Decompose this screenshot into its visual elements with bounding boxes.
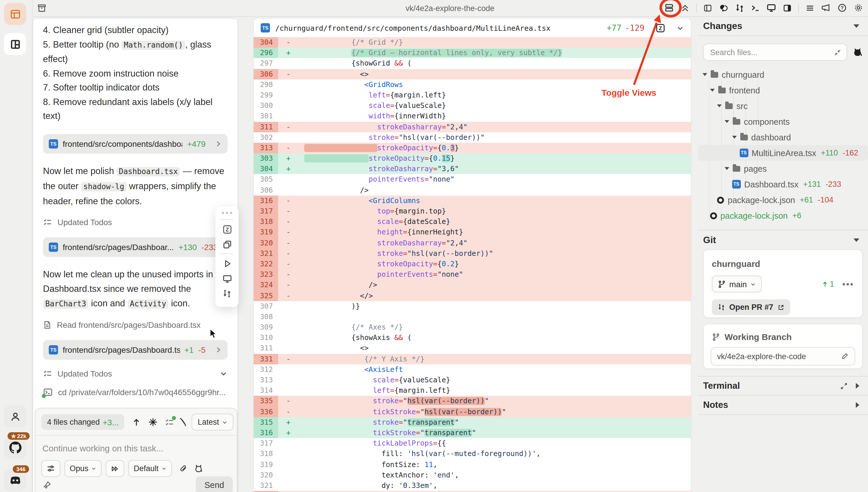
diff-line[interactable]: 322- strokeOpacity={0.2} xyxy=(254,259,691,269)
diff-line[interactable]: 320 textAnchor: 'end', xyxy=(254,470,691,480)
diff-line[interactable]: 319 fontSize: 11, xyxy=(254,459,691,470)
paperclip-icon[interactable] xyxy=(179,464,188,473)
ellipsis-icon[interactable]: ••• xyxy=(842,279,854,289)
diff-rows[interactable]: 304- {/* Grid */}296+ {/* Grid — horizon… xyxy=(254,37,691,492)
diff-line[interactable]: 318- scale={dateScale} xyxy=(254,216,691,227)
diff-line[interactable]: 300 scale={valueScale} xyxy=(254,100,691,111)
send-button[interactable]: Send xyxy=(196,476,233,492)
broom-icon[interactable] xyxy=(42,481,52,490)
collapse-icon[interactable] xyxy=(834,48,841,56)
tree-item[interactable]: frontend xyxy=(698,82,868,98)
diff-line[interactable]: 317 tickLabelProps={{ xyxy=(254,438,691,448)
diff-line[interactable]: 305 pointerEvents="none" xyxy=(254,174,691,185)
tree-item[interactable]: TSDashboard.tsx+131-233 xyxy=(698,176,868,192)
chevron-right-icon[interactable] xyxy=(215,140,222,147)
tool-call-row[interactable]: cd /private/var/folders/10/h7w0q46556ggr… xyxy=(43,387,228,397)
caret-down-icon[interactable] xyxy=(717,104,722,107)
diff-line[interactable]: 316+ tickStroke="transparent" xyxy=(254,427,691,438)
panel-left-icon[interactable] xyxy=(703,3,712,13)
diff-line[interactable]: 297 {showGrid && ( xyxy=(254,58,691,69)
z-square-icon[interactable]: Z xyxy=(656,23,665,33)
diff-line[interactable]: 311 <> xyxy=(254,343,691,353)
z-square-icon[interactable]: Z xyxy=(222,222,232,237)
diff-line[interactable]: 319- height={innerHeight} xyxy=(254,227,691,238)
diff-line[interactable]: 306- <> xyxy=(254,69,691,79)
rows-icon[interactable] xyxy=(664,3,674,13)
notes-section[interactable]: Notes xyxy=(698,396,868,414)
copy-icon[interactable] xyxy=(222,237,232,252)
checklist-icon[interactable] xyxy=(165,417,174,427)
cat-icon[interactable] xyxy=(194,464,203,473)
diff-line[interactable]: 321- stroke="hsl(var(--border))" xyxy=(254,248,691,259)
file-change-chip[interactable]: TSfrontend/src/pages/Dashboard.tsx+1-5 xyxy=(43,340,228,360)
chevron-down-icon[interactable] xyxy=(676,24,684,32)
chevron-down-icon[interactable] xyxy=(219,369,228,377)
diff-line[interactable]: 308 xyxy=(254,312,691,322)
diff-line[interactable]: 314 left={margin.left} xyxy=(254,385,691,396)
rail-account-button[interactable] xyxy=(4,405,26,427)
cat-icon[interactable] xyxy=(852,47,863,57)
diff-line[interactable]: 302 stroke="hsl(var(--border))" xyxy=(254,132,691,143)
diff-line[interactable]: 313 scale={valueScale} xyxy=(254,375,691,385)
settings-sliders-button[interactable] xyxy=(41,460,61,477)
caret-down-icon[interactable] xyxy=(732,136,737,139)
working-branch-input[interactable]: vk/4e2a-explore-the-code xyxy=(711,347,855,366)
diff-line[interactable]: 320- strokeDasharray="2,4" xyxy=(254,238,691,248)
git-compare-icon[interactable] xyxy=(735,3,744,13)
caret-down-icon[interactable] xyxy=(725,167,729,170)
settings-icon[interactable] xyxy=(853,3,863,13)
git-section-header[interactable]: Git xyxy=(698,230,868,249)
pencil-icon[interactable] xyxy=(841,352,849,360)
mode-dropdown[interactable]: Default xyxy=(128,460,172,477)
diff-line[interactable]: 321 dy: '0.33em', xyxy=(254,481,691,491)
model-dropdown[interactable]: Opus xyxy=(65,460,102,477)
up-arrow-icon[interactable] xyxy=(132,417,141,427)
diff-line[interactable]: 315+ stroke="transparent" xyxy=(254,417,691,427)
caret-down-icon[interactable] xyxy=(725,120,729,123)
diff-line[interactable]: 331- {/* Y Axis */} xyxy=(254,353,691,364)
rail-board-button[interactable] xyxy=(4,33,26,55)
diff-line[interactable]: 316- <GridColumns xyxy=(254,196,691,206)
git-compare-icon[interactable] xyxy=(222,286,232,301)
chevron-right-icon[interactable] xyxy=(215,346,222,353)
branch-selector[interactable]: main xyxy=(712,276,762,292)
diff-line[interactable]: 323- pointerEvents="none" xyxy=(254,269,691,280)
diff-line[interactable]: 304+ strokeDasharray="3,6" xyxy=(254,164,691,174)
play-icon[interactable] xyxy=(222,256,232,271)
terminal-icon[interactable] xyxy=(751,3,760,13)
diff-bubble-icon[interactable] xyxy=(719,3,729,13)
spark-icon[interactable] xyxy=(149,418,158,426)
tree-item[interactable]: dashboard xyxy=(698,129,868,145)
diff-line[interactable]: 325- </> xyxy=(254,290,691,301)
monitor-icon[interactable] xyxy=(767,3,776,13)
diff-line[interactable]: 335- stroke="hsl(var(--border))" xyxy=(254,396,691,407)
tool-call-row[interactable]: Read frontend/src/pages/Dashboard.tsx xyxy=(43,320,228,329)
panel-right-icon[interactable] xyxy=(783,3,792,13)
monitor-icon[interactable] xyxy=(222,271,232,286)
files-changed-chip[interactable]: 4 files changed+3... xyxy=(41,414,124,430)
fast-forward-button[interactable] xyxy=(106,460,124,477)
tree-item[interactable]: package-lock.json+6 xyxy=(698,208,868,223)
diff-line[interactable]: 301 width={innerWidth} xyxy=(254,111,691,122)
tree-item[interactable]: churnguard xyxy=(698,67,868,82)
diff-line[interactable]: 313- strokeOpacity={0.3} xyxy=(254,143,691,153)
caret-down-icon[interactable] xyxy=(710,89,714,92)
terminal-section[interactable]: Terminal xyxy=(698,376,868,395)
tool-call-row[interactable]: Updated Todos xyxy=(43,369,228,378)
file-change-chip[interactable]: TSfrontend/src/components/dashboa...+479 xyxy=(43,134,228,153)
menu-icon[interactable] xyxy=(805,3,815,13)
tree-item[interactable]: pages xyxy=(698,161,868,176)
file-change-chip[interactable]: TSfrontend/src/pages/Dashboar...+130-233 xyxy=(43,237,228,257)
chevron-right-icon[interactable] xyxy=(856,383,859,389)
diff-line[interactable]: 336- tickStroke="hsl(var(--border))" xyxy=(254,407,691,417)
drag-handle-icon[interactable] xyxy=(222,212,232,214)
chevron-right-icon[interactable] xyxy=(856,402,859,408)
open-pr-button[interactable]: Open PR #7 xyxy=(712,299,790,315)
help-icon[interactable]: ? xyxy=(837,3,847,13)
file-search[interactable] xyxy=(703,44,847,61)
composer-input[interactable]: Continue working on this task... xyxy=(36,436,237,453)
diff-line[interactable]: 309 {/* Axes */} xyxy=(254,322,691,333)
megaphone-icon[interactable] xyxy=(821,3,831,13)
diff-line[interactable]: 306 /> xyxy=(254,185,691,195)
diff-line[interactable]: 317- top={margin.top} xyxy=(254,206,691,216)
